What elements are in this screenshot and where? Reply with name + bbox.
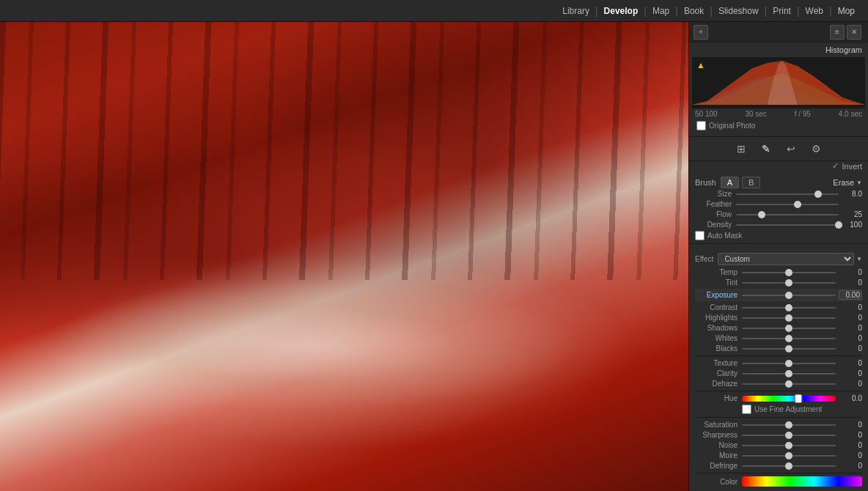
original-photo-checkbox-row: Original Photo xyxy=(692,119,865,133)
section-divider-3 xyxy=(695,391,862,391)
nav-item-develop[interactable]: Develop xyxy=(598,6,644,16)
defringe-thumb[interactable] xyxy=(785,462,792,470)
color-swatch-strip[interactable] xyxy=(742,476,862,487)
tint-row: Tint 0 xyxy=(695,278,862,287)
original-photo-checkbox[interactable] xyxy=(696,121,706,130)
moire-track[interactable] xyxy=(742,455,836,457)
hue-value: 0.0 xyxy=(839,394,862,402)
clipping-warning-icon[interactable]: ▲ xyxy=(696,60,705,70)
auto-mask-checkbox[interactable] xyxy=(695,231,705,240)
tint-track[interactable] xyxy=(742,282,836,284)
right-panel: + ≡ ✕ Histogram ▲ 50 10 xyxy=(688,22,868,491)
density-value: 100 xyxy=(842,221,862,229)
moire-thumb[interactable] xyxy=(785,452,792,459)
dehaze-thumb[interactable] xyxy=(785,380,792,388)
photo-canvas xyxy=(0,22,688,491)
defringe-label: Defringe xyxy=(695,462,738,470)
blacks-track[interactable] xyxy=(742,348,836,350)
feather-slider-row: Feather xyxy=(695,200,862,208)
density-label: Density xyxy=(695,221,732,229)
flow-thumb[interactable] xyxy=(758,211,765,218)
whites-thumb[interactable] xyxy=(785,335,792,342)
tint-label: Tint xyxy=(695,278,738,287)
texture-label: Texture xyxy=(695,359,738,367)
nav-item-map[interactable]: Map xyxy=(647,6,675,16)
temp-thumb[interactable] xyxy=(785,269,792,276)
texture-track[interactable] xyxy=(742,363,836,364)
dehaze-track[interactable] xyxy=(742,383,836,385)
temp-row: Temp 0 xyxy=(695,268,862,276)
texture-thumb[interactable] xyxy=(785,360,792,367)
crop-tool-icon[interactable]: ⊞ xyxy=(734,141,749,156)
color-label: Color xyxy=(695,478,738,486)
sharpness-track[interactable] xyxy=(742,435,836,436)
density-slider-row: Density 100 xyxy=(695,221,862,229)
flow-value: 25 xyxy=(842,210,862,218)
hue-thumb[interactable] xyxy=(795,394,802,403)
sharpness-label: Sharpness xyxy=(695,431,738,439)
blacks-value: 0 xyxy=(839,344,862,352)
contrast-track[interactable] xyxy=(742,307,836,309)
whites-track[interactable] xyxy=(742,338,836,339)
clarity-thumb[interactable] xyxy=(785,370,792,377)
nav-item-book[interactable]: Book xyxy=(678,6,710,16)
exposure-track[interactable] xyxy=(742,295,836,296)
panel-add-button[interactable]: + xyxy=(694,25,708,40)
sharpness-thumb[interactable] xyxy=(785,432,792,439)
erase-dropdown[interactable]: Erase ▼ xyxy=(833,178,862,187)
nav-item-print[interactable]: Print xyxy=(767,6,797,16)
brush-tool-icon[interactable]: ✎ xyxy=(759,141,773,156)
contrast-value: 0 xyxy=(839,303,862,311)
shadows-thumb[interactable] xyxy=(785,325,792,332)
saturation-thumb[interactable] xyxy=(785,421,792,429)
brush-tab-a[interactable]: A xyxy=(721,177,739,188)
brush-tab-b[interactable]: B xyxy=(742,177,760,188)
highlights-thumb[interactable] xyxy=(785,314,792,322)
panel-collapse-button[interactable]: ≡ xyxy=(830,25,845,40)
erase-chevron-icon: ▼ xyxy=(856,180,862,186)
tint-thumb[interactable] xyxy=(785,279,792,287)
feather-thumb[interactable] xyxy=(794,201,801,208)
noise-label: Noise xyxy=(695,441,738,449)
clarity-label: Clarity xyxy=(695,369,738,377)
density-thumb[interactable] xyxy=(835,221,842,229)
whites-value: 0 xyxy=(839,334,862,342)
flow-track[interactable] xyxy=(736,214,839,215)
highlights-track[interactable] xyxy=(742,317,836,319)
exposure-thumb[interactable] xyxy=(785,292,792,299)
contrast-thumb[interactable] xyxy=(785,304,792,311)
defringe-track[interactable] xyxy=(742,465,836,467)
shadows-label: Shadows xyxy=(695,324,738,332)
dehaze-row: Dehaze 0 xyxy=(695,380,862,388)
saturation-track[interactable] xyxy=(742,424,836,426)
dehaze-label: Dehaze xyxy=(695,380,738,388)
clarity-track[interactable] xyxy=(742,373,836,374)
hue-track[interactable] xyxy=(742,396,836,402)
blacks-thumb[interactable] xyxy=(785,345,792,352)
nav-item-slideshow[interactable]: Slideshow xyxy=(713,6,765,16)
heal-tool-icon[interactable]: ↩ xyxy=(784,141,798,156)
size-track[interactable] xyxy=(736,193,839,195)
noise-track[interactable] xyxy=(742,445,836,446)
photo-background xyxy=(0,22,688,491)
feather-track[interactable] xyxy=(736,204,839,205)
invert-checkbox[interactable]: ✓ Invert xyxy=(832,161,862,171)
noise-thumb[interactable] xyxy=(785,442,792,449)
auto-mask-row: Auto Mask xyxy=(695,231,862,240)
fine-adjustment-checkbox[interactable] xyxy=(742,405,751,414)
size-slider-row: Size 8.0 xyxy=(695,190,862,198)
shadows-track[interactable] xyxy=(742,328,836,329)
nav-item-library[interactable]: Library xyxy=(556,6,595,16)
settings-tool-icon[interactable]: ⚙ xyxy=(809,141,823,156)
nav-item-web[interactable]: Web xyxy=(800,6,829,16)
density-track[interactable] xyxy=(736,224,839,226)
blacks-label: Blacks xyxy=(695,344,738,352)
invert-row: ✓ Invert xyxy=(689,161,868,174)
size-thumb[interactable] xyxy=(814,191,822,198)
effect-select[interactable]: Custom xyxy=(718,253,854,265)
section-divider-4 xyxy=(695,417,862,418)
panel-close-button[interactable]: ✕ xyxy=(847,25,861,40)
texture-row: Texture 0 xyxy=(695,359,862,367)
exposure-label: Exposure xyxy=(695,291,738,299)
temp-track[interactable] xyxy=(742,272,836,273)
